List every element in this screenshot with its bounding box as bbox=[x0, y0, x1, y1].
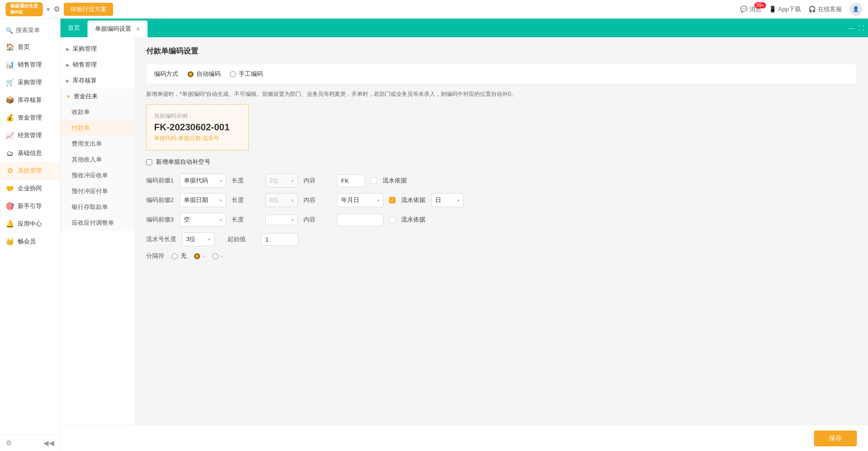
preview-label: 当前编码示例： bbox=[154, 112, 241, 120]
length-2-label: 长度 bbox=[232, 196, 260, 204]
sep-radio-none[interactable]: 无 bbox=[172, 252, 187, 260]
code-preview: 当前编码示例： FK-20230602-001 单据代码-单据日期-流水号 bbox=[146, 104, 249, 150]
prefix-2-select[interactable]: 单据日期 ▾ bbox=[180, 193, 226, 207]
length-3-select[interactable]: ▾ bbox=[265, 215, 298, 225]
menu-item-expense[interactable]: 费用支出单 bbox=[61, 136, 135, 152]
gear-bottom-icon[interactable]: ⚙ bbox=[6, 439, 12, 447]
auto-fill-row: 新增单据自动补空号 bbox=[146, 158, 857, 166]
sidebar-item-operations[interactable]: 📈 经营管理 bbox=[0, 127, 60, 144]
menu-item-prepay-receivable[interactable]: 预收冲应收单 bbox=[61, 168, 135, 183]
app-download-icon: 📱 bbox=[769, 6, 776, 13]
sidebar-item-apps[interactable]: 🔔 应用中心 bbox=[0, 215, 60, 233]
search-menu[interactable]: 🔍 搜索菜单 bbox=[0, 22, 60, 38]
online-service-area[interactable]: 🎧 在线客服 bbox=[808, 5, 842, 13]
sidebar-label-operations: 经营管理 bbox=[18, 131, 42, 140]
inventory-icon: 📦 bbox=[6, 96, 14, 104]
sidebar-item-guide[interactable]: 🎯 新手引导 bbox=[0, 197, 60, 215]
menu-item-prepay-payable[interactable]: 预付冲应付单 bbox=[61, 183, 135, 199]
operations-icon: 📈 bbox=[6, 131, 14, 140]
menu-item-other-income[interactable]: 其他收入单 bbox=[61, 152, 135, 168]
menu-item-receipt[interactable]: 收款单 bbox=[61, 104, 135, 120]
prefix-1-label: 编码前缀1 bbox=[146, 176, 174, 185]
minimize-icon[interactable]: — bbox=[848, 25, 855, 32]
message-area[interactable]: 💬 消息 99+ bbox=[740, 5, 761, 13]
sep-none-input[interactable] bbox=[172, 253, 178, 259]
sidebar-item-member[interactable]: 👑 畅会员 bbox=[0, 233, 60, 250]
app-logo: 畅捷通好生意插件版 bbox=[6, 2, 43, 16]
manual-code-radio[interactable]: 手工编码 bbox=[230, 70, 263, 78]
sep-dot2-input[interactable] bbox=[212, 253, 218, 259]
sidebar-item-purchase[interactable]: 🛒 采购管理 bbox=[0, 74, 60, 91]
content-2-label: 内容 bbox=[303, 196, 331, 204]
auto-fill-checkbox[interactable] bbox=[146, 159, 152, 165]
sidebar-label-inventory: 库存核算 bbox=[18, 96, 42, 104]
auto-code-radio-input[interactable] bbox=[188, 71, 194, 77]
tab-home[interactable]: 首页 bbox=[61, 19, 87, 37]
sep-radio-dot[interactable]: · bbox=[194, 253, 205, 260]
serial-length-label: 流水号长度 bbox=[146, 235, 176, 243]
sidebar-label-basic: 基础信息 bbox=[18, 149, 42, 157]
serial-3-checkbox[interactable] bbox=[389, 216, 396, 223]
collapse-icon[interactable]: ◀◀ bbox=[43, 439, 54, 447]
menu-item-payment[interactable]: 付款单 bbox=[61, 120, 135, 136]
prefix-1-value: 单据代码 bbox=[184, 176, 208, 185]
top-bar: 畅捷通好生意插件版 ▾ ⚙ 体验行业方案 💬 消息 99+ 📱 App下载 🎧 … bbox=[0, 0, 868, 19]
member-icon: 👑 bbox=[6, 237, 14, 246]
length-3-arrow: ▾ bbox=[291, 217, 294, 222]
sep-dot-input[interactable] bbox=[194, 253, 200, 259]
serial-1-checkbox[interactable] bbox=[370, 177, 377, 184]
save-button[interactable]: 保存 bbox=[814, 431, 857, 446]
menu-item-bank[interactable]: 银行存取款单 bbox=[61, 199, 135, 215]
left-menu-capital-title[interactable]: ▼ 资金往来 bbox=[61, 88, 135, 104]
extra-2-select[interactable]: 日 ▾ bbox=[431, 193, 464, 207]
tab-encoding-settings[interactable]: 单据编码设置 ✕ bbox=[87, 20, 148, 37]
system-icon: ⚙ bbox=[6, 167, 14, 175]
finance-icon: 💰 bbox=[6, 114, 14, 122]
length-2-arrow: ▾ bbox=[291, 198, 294, 203]
extra-2-arrow: ▾ bbox=[457, 198, 459, 203]
extra-2-value: 日 bbox=[435, 196, 441, 204]
content-2-select[interactable]: 年月日 ▾ bbox=[337, 193, 384, 207]
prefix-3-select[interactable]: 空 ▾ bbox=[180, 213, 226, 227]
left-menu-purchase-title[interactable]: ▶ 采购管理 bbox=[61, 41, 135, 57]
settings-icon[interactable]: ⚙ bbox=[54, 5, 60, 13]
sep-none-label: 无 bbox=[181, 252, 187, 260]
app-download-area[interactable]: 📱 App下载 bbox=[769, 5, 801, 13]
sidebar-item-sales[interactable]: 📊 销售管理 bbox=[0, 56, 60, 74]
content-1-input[interactable] bbox=[337, 175, 365, 187]
maximize-icon[interactable]: ⛶ bbox=[858, 25, 864, 32]
auto-code-radio[interactable]: 自动编码 bbox=[188, 70, 221, 78]
sidebar-item-home[interactable]: 🏠 首页 bbox=[0, 38, 60, 56]
user-avatar[interactable]: 👤 bbox=[849, 3, 862, 16]
prefix-1-select[interactable]: 单据代码 ▾ bbox=[180, 174, 226, 188]
left-menu-sales-title[interactable]: ▶ 销售管理 bbox=[61, 57, 135, 73]
content-2-value: 年月日 bbox=[341, 196, 359, 204]
encoding-mode-label: 编码方式 bbox=[154, 70, 178, 78]
sidebar-item-inventory[interactable]: 📦 库存核算 bbox=[0, 91, 60, 109]
sidebar-item-finance[interactable]: 💰 资金管理 bbox=[0, 109, 60, 127]
start-value-input[interactable] bbox=[261, 233, 298, 246]
sep-radio-dot2[interactable]: · bbox=[212, 253, 223, 260]
left-menu-inventory-title[interactable]: ▶ 库存核算 bbox=[61, 73, 135, 88]
nav-arrows[interactable]: ▾ bbox=[47, 6, 50, 13]
content-3-input[interactable] bbox=[337, 214, 384, 226]
sidebar-item-collab[interactable]: 🤝 企业协同 bbox=[0, 180, 60, 197]
manual-code-radio-input[interactable] bbox=[230, 71, 236, 77]
length-1-select[interactable]: 2位 ▾ bbox=[265, 174, 298, 188]
serial-1-label: 流水依据 bbox=[383, 176, 407, 185]
search-menu-label: 搜索菜单 bbox=[16, 26, 40, 34]
serial-2-checkbox[interactable]: ✓ bbox=[389, 197, 396, 203]
length-3-label: 长度 bbox=[232, 215, 260, 224]
length-2-select[interactable]: 8位 ▾ bbox=[265, 193, 298, 207]
tab-close-icon[interactable]: ✕ bbox=[136, 26, 140, 32]
sidebar-item-basic[interactable]: 🗂 基础信息 bbox=[0, 144, 60, 162]
length-1-label: 长度 bbox=[232, 176, 260, 185]
sidebar-item-system[interactable]: ⚙ 系统管理 bbox=[0, 162, 60, 180]
menu-item-adjust[interactable]: 应收应付调整单 bbox=[61, 215, 135, 231]
length-1-arrow: ▾ bbox=[291, 178, 294, 183]
arrow-down-icon[interactable]: ▾ bbox=[47, 6, 50, 13]
serial-length-select[interactable]: 3位 ▾ bbox=[182, 232, 215, 246]
left-menu-group-purchase: ▶ 采购管理 bbox=[61, 41, 135, 57]
trial-button[interactable]: 体验行业方案 bbox=[64, 3, 113, 16]
content-3-label: 内容 bbox=[303, 215, 331, 224]
